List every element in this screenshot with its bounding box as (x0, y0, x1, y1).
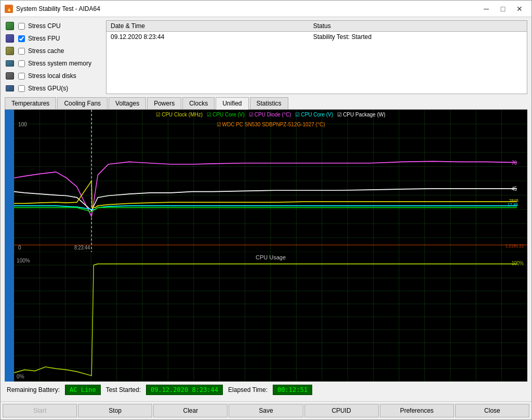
stress-disk-checkbox[interactable] (18, 73, 25, 80)
lower-chart-title: CPU Usage (256, 254, 286, 260)
tab-cooling-fans[interactable]: Cooling Fans (57, 97, 108, 109)
app-icon: 🔥 (5, 5, 13, 13)
minimize-button[interactable]: ─ (478, 4, 494, 14)
svg-text:100%: 100% (512, 260, 524, 266)
stress-gpu-checkbox[interactable] (18, 85, 25, 92)
stress-cache-item: Stress cache (5, 45, 101, 57)
test-started-label: Test Started: (106, 386, 141, 393)
close-button[interactable]: ✕ (512, 4, 527, 14)
stress-gpu-item: Stress GPU(s) (5, 83, 101, 94)
cpu-icon (5, 22, 15, 30)
window-title: System Stability Test - AIDA64 (16, 5, 100, 12)
cache-icon (5, 47, 15, 55)
tab-clocks[interactable]: Clocks (182, 97, 215, 109)
upper-chart-legend: ☑ CPU Clock (MHz) ☑ CPU Core (V) ☑ CPU D… (142, 112, 399, 127)
stress-options-panel: Stress CPU Stress FPU Stress cache Stres… (5, 20, 101, 94)
svg-text:0%: 0% (17, 373, 24, 380)
save-button[interactable]: Save (229, 404, 303, 417)
stress-fpu-label: Stress FPU (28, 35, 60, 42)
svg-text:1.2191.21: 1.2191.21 (506, 243, 524, 248)
legend-cpu-core-v2: ☑ CPU Core (V) (295, 112, 333, 117)
svg-text:17.89: 17.89 (508, 202, 518, 208)
stress-fpu-item: Stress FPU (5, 33, 101, 44)
tabs-bar: Temperatures Cooling Fans Voltages Power… (5, 97, 527, 110)
tabs-section: Temperatures Cooling Fans Voltages Power… (5, 97, 527, 382)
tab-voltages[interactable]: Voltages (109, 97, 146, 109)
remaining-battery-value: AC Line (65, 385, 101, 395)
stress-fpu-checkbox[interactable] (18, 35, 25, 42)
stress-gpu-label: Stress GPU(s) (28, 85, 68, 92)
fpu-icon (5, 34, 15, 43)
elapsed-time-label: Elapsed Time: (228, 386, 268, 393)
stress-mem-checkbox[interactable] (18, 60, 25, 67)
svg-text:8:23:44: 8:23:44 (74, 245, 90, 251)
stress-cache-checkbox[interactable] (18, 48, 25, 55)
close-button-bottom[interactable]: Close (455, 404, 529, 417)
legend-cpu-core-v: ☑ CPU Core (V) (207, 112, 245, 117)
status-header: Status (309, 21, 527, 32)
chart-row: 100 0 8:23:44 (5, 110, 527, 382)
datetime-header: Date & Time (107, 21, 309, 32)
legend-cpu-clock: ☑ CPU Clock (MHz) (156, 112, 203, 117)
datetime-cell: 09.12.2020 8:23:44 (107, 32, 309, 43)
stress-mem-item: Stress system memory (5, 58, 101, 69)
status-cell: Stability Test: Started (309, 32, 527, 43)
test-started-value: 09.12.2020 8:23:44 (146, 385, 223, 395)
stress-disk-item: Stress local disks (5, 70, 101, 82)
clear-button[interactable]: Clear (153, 404, 228, 417)
status-bar: Remaining Battery: AC Line Test Started:… (5, 382, 527, 398)
upper-chart: 100 0 8:23:44 (14, 110, 527, 252)
svg-text:100%: 100% (17, 257, 30, 264)
remaining-battery-label: Remaining Battery: (7, 386, 60, 393)
legend-wdc: ☑ WDC PC SN530 SDBPNPZ-512G-1027 (°C) (217, 122, 325, 127)
elapsed-time-value: 00:12:51 (273, 385, 312, 395)
legend-cpu-diode: ☑ CPU Diode (°C) (249, 112, 291, 117)
svg-text:70: 70 (512, 160, 517, 166)
disk-icon (5, 72, 15, 80)
tab-statistics[interactable]: Statistics (250, 97, 288, 109)
main-content: Stress CPU Stress FPU Stress cache Stres… (1, 17, 531, 401)
maximize-button[interactable]: □ (495, 4, 511, 14)
bottom-toolbar: Start Stop Clear Save CPUID Preferences … (1, 401, 531, 419)
status-table: Date & Time Status 09.12.2020 8:23:44 St… (106, 20, 527, 94)
stop-button[interactable]: Stop (78, 404, 152, 417)
title-bar-left: 🔥 System Stability Test - AIDA64 (5, 5, 100, 13)
lower-chart: 100% 0% 100% CPU Usage (14, 252, 527, 382)
stress-mem-label: Stress system memory (28, 60, 91, 67)
tab-temperatures[interactable]: Temperatures (5, 97, 56, 109)
gpu-icon (5, 84, 15, 93)
window-controls: ─ □ ✕ (478, 4, 527, 14)
status-row: 09.12.2020 8:23:44 Stability Test: Start… (107, 32, 527, 43)
tab-powers[interactable]: Powers (147, 97, 181, 109)
svg-text:100: 100 (18, 121, 27, 127)
stress-cpu-item: Stress CPU (5, 20, 101, 32)
stress-cache-label: Stress cache (28, 47, 64, 55)
stress-cpu-checkbox[interactable] (18, 23, 25, 30)
main-window: 🔥 System Stability Test - AIDA64 ─ □ ✕ S… (0, 0, 532, 420)
svg-text:45: 45 (512, 186, 517, 192)
cpuid-button[interactable]: CPUID (304, 404, 379, 417)
title-bar: 🔥 System Stability Test - AIDA64 ─ □ ✕ (1, 1, 531, 17)
charts-main: 100 0 8:23:44 (14, 110, 527, 382)
stress-cpu-label: Stress CPU (28, 22, 61, 30)
stress-disk-label: Stress local disks (28, 72, 76, 80)
start-button[interactable]: Start (3, 404, 77, 417)
side-indicator (5, 110, 14, 382)
mem-icon (5, 59, 15, 68)
preferences-button[interactable]: Preferences (380, 404, 454, 417)
tab-unified[interactable]: Unified (216, 97, 248, 110)
legend-cpu-package: ☑ CPU Package (W) (337, 112, 385, 117)
top-section: Stress CPU Stress FPU Stress cache Stres… (5, 20, 527, 94)
